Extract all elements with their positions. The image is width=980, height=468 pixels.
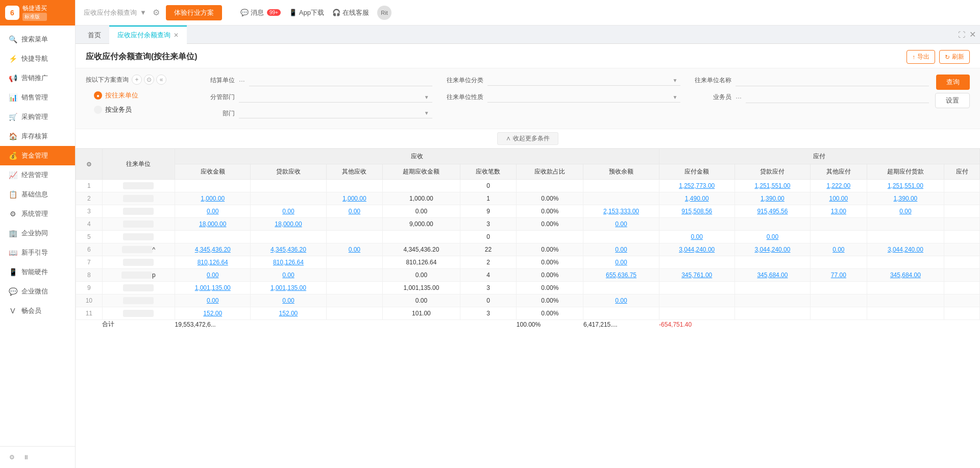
topbar-gear-icon[interactable]: ⚙ xyxy=(153,8,160,17)
salesman-dots[interactable]: ··· xyxy=(736,93,742,102)
page-content: 应收应付余额查询(按往来单位) ↑ 导出 ↻ 刷新 按 xyxy=(76,44,980,468)
payable-amount-cell: 345,761.00 xyxy=(659,269,734,282)
settlement-input[interactable] xyxy=(249,75,432,86)
other-payable-cell xyxy=(811,307,867,320)
close-window-icon[interactable]: ✕ xyxy=(969,30,976,39)
app-download-label: App下载 xyxy=(299,8,324,17)
nav-icon: 🏢 xyxy=(8,229,17,237)
nav-icon: 📖 xyxy=(8,249,17,257)
nav-icon: 📋 xyxy=(8,190,17,199)
receivable-count-cell: 3 xyxy=(460,307,517,320)
category-select[interactable]: ▼ xyxy=(487,76,681,86)
app-download-btn[interactable]: 📱 App下载 xyxy=(289,8,324,17)
loan-payable-cell: 345,684.00 xyxy=(734,269,810,282)
messages-btn[interactable]: 💬 消息 99+ xyxy=(240,8,281,17)
footer-receivable-count xyxy=(460,320,517,329)
salesman-input[interactable] xyxy=(746,91,929,103)
tab-home[interactable]: 首页 xyxy=(80,26,109,44)
filter-left: 按以下方案查询 + ⊙ « ● 按往来单位 xyxy=(86,75,188,122)
online-service-btn[interactable]: 🎧 在线客服 xyxy=(332,8,369,17)
sidebar-item-销售管理[interactable]: 📊销售管理 xyxy=(0,88,75,107)
loan-payable-cell xyxy=(734,256,810,269)
sidebar-item-系统管理[interactable]: ⚙系统管理 xyxy=(0,204,75,224)
maximize-icon[interactable]: ⛶ xyxy=(958,31,965,39)
overdue-receivable-cell: 0.00 xyxy=(383,294,460,307)
collapse-more-btn[interactable]: ∧ 收起更多条件 xyxy=(497,132,558,145)
prepaid-header: 预收余额 xyxy=(583,164,659,180)
tab-close-icon[interactable]: ✕ xyxy=(174,32,179,39)
table-row: 11 152.00 152.00 101.00 3 0.00% xyxy=(76,307,980,320)
edit-filter-btn[interactable]: ⊙ xyxy=(144,75,154,85)
nature-select[interactable]: ▼ xyxy=(487,92,681,103)
promote-btn[interactable]: 体验行业方案 xyxy=(166,5,222,20)
nav-label: 新手引导 xyxy=(21,248,48,257)
breadcrumb-text: 应收应付余额查询 xyxy=(84,8,137,17)
overdue-payable-cell: 345,684.00 xyxy=(867,269,944,282)
other-payable-cell: 13.00 xyxy=(811,205,867,218)
overdue-payable-cell xyxy=(867,256,944,269)
sidebar-item-采购管理[interactable]: 🛒采购管理 xyxy=(0,107,75,127)
category-chevron: ▼ xyxy=(672,78,677,83)
payable-extra-cell xyxy=(944,294,980,307)
collapse-btn[interactable]: ⏸ xyxy=(20,451,32,464)
filter-area: 按以下方案查询 + ⊙ « ● 按往来单位 xyxy=(76,68,980,129)
payable-extra-cell xyxy=(944,218,980,231)
sidebar-item-快捷导航[interactable]: ⚡快捷导航 xyxy=(0,49,75,68)
dept-select[interactable]: ▼ xyxy=(239,92,432,103)
collapse-bar: ∧ 收起更多条件 xyxy=(76,129,980,149)
settings-btn[interactable]: 设置 xyxy=(935,93,970,108)
sidebar-item-企业微信[interactable]: 💬企业微信 xyxy=(0,282,75,301)
sidebar-item-畅会员[interactable]: V畅会员 xyxy=(0,301,75,321)
page-header-actions: ↑ 导出 ↻ 刷新 xyxy=(906,50,970,64)
collapse-filter-btn[interactable]: « xyxy=(156,75,166,85)
export-btn[interactable]: ↑ 导出 xyxy=(906,50,935,64)
receivable-count-cell: 0 xyxy=(460,180,517,192)
filter-option-partner[interactable]: ● 按往来单位 xyxy=(90,89,188,102)
sidebar-nav: 🔍搜索菜单⚡快捷导航📢营销推广📊销售管理🛒采购管理🏠库存核算💰资金管理📈经营管理… xyxy=(0,26,75,446)
table-settings-icon[interactable]: ⚙ xyxy=(86,161,92,168)
overdue-payable-cell xyxy=(867,231,944,243)
topbar-breadcrumb: 应收应付余额查询 ▼ xyxy=(84,8,146,17)
overdue-receivable-header: 超期应收金额 xyxy=(383,164,460,180)
refresh-btn[interactable]: ↻ 刷新 xyxy=(939,50,970,64)
sidebar-item-搜索菜单[interactable]: 🔍搜索菜单 xyxy=(0,30,75,49)
query-btn[interactable]: 查询 xyxy=(936,75,970,90)
overdue-receivable-cell: 101.00 xyxy=(383,307,460,320)
receivable-count-cell: 4 xyxy=(460,269,517,282)
add-filter-btn[interactable]: + xyxy=(132,75,142,85)
loan-receivable-cell xyxy=(251,192,326,205)
payable-extra-cell xyxy=(944,256,980,269)
payable-extra-cell xyxy=(944,282,980,294)
sidebar-item-新手引导[interactable]: 📖新手引导 xyxy=(0,243,75,262)
sidebar-item-库存核算[interactable]: 🏠库存核算 xyxy=(0,127,75,146)
overdue-payable-cell: 1,390.00 xyxy=(867,192,944,205)
partner-name-input[interactable] xyxy=(736,75,929,86)
settings-bottom-btn[interactable]: ⚙ xyxy=(6,451,18,464)
partner-cell xyxy=(102,192,175,205)
sidebar-item-基础信息[interactable]: 📋基础信息 xyxy=(0,185,75,204)
user-avatar[interactable]: Rit xyxy=(377,6,391,20)
app-logo: 6 畅捷通买 标准版 xyxy=(0,0,75,26)
filter-right: 结算单位 ··· 往来单位分类 ▼ 往来单位名称 xyxy=(194,75,929,122)
partner-cell xyxy=(102,205,175,218)
receivable-amount-cell: 152.00 xyxy=(175,307,251,320)
payable-extra-cell xyxy=(944,307,980,320)
message-label: 消息 xyxy=(251,8,264,17)
sidebar-item-企业协同[interactable]: 🏢企业协同 xyxy=(0,224,75,243)
other-receivable-cell xyxy=(326,218,383,231)
sidebar-item-营销推广[interactable]: 📢营销推广 xyxy=(0,68,75,88)
footer-loan-receivable xyxy=(251,320,326,329)
sidebar-item-资金管理[interactable]: 💰资金管理 xyxy=(0,146,75,165)
nav-label: 智能硬件 xyxy=(21,267,48,277)
partner-name-label: 往来单位名称 xyxy=(691,76,731,85)
payable-amount-cell: 3,044,240.00 xyxy=(659,243,734,256)
sidebar-item-经营管理[interactable]: 📈经营管理 xyxy=(0,165,75,185)
table-footer-row: 合计 19,553,472,6... 100.00% 6,417,215....… xyxy=(76,320,980,329)
filter-option-salesman[interactable]: 按业务员 xyxy=(90,103,188,116)
tab-receivable[interactable]: 应收应付余额查询 ✕ xyxy=(109,26,187,44)
partner-cell xyxy=(102,231,175,243)
footer-label: 合计 xyxy=(102,320,175,329)
settlement-dots[interactable]: ··· xyxy=(239,77,245,85)
sidebar-item-智能硬件[interactable]: 📱智能硬件 xyxy=(0,262,75,282)
department-select[interactable]: ▼ xyxy=(239,108,432,118)
